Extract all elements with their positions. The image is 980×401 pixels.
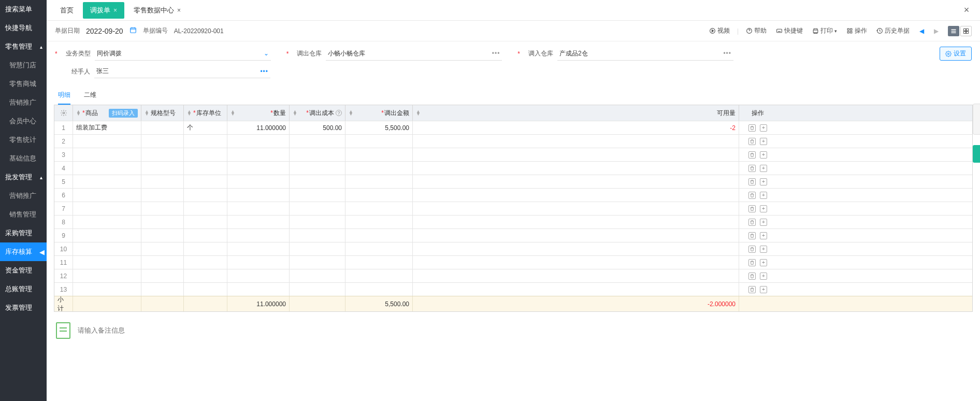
sidebar-item-0[interactable]: 搜索菜单: [0, 0, 47, 19]
delete-row-button[interactable]: [748, 259, 756, 266]
handler-select[interactable]: 张三•••: [94, 65, 270, 78]
gear-icon[interactable]: [54, 105, 73, 121]
svg-rect-6: [847, 32, 849, 33]
add-row-button[interactable]: +: [760, 165, 767, 172]
table-row[interactable]: 7+: [54, 202, 972, 215]
col-out-amount[interactable]: ▲▼*调出金额: [345, 105, 413, 121]
sidebar-item-7[interactable]: 零售统计: [0, 131, 47, 149]
video-action[interactable]: 视频: [707, 25, 732, 36]
delete-row-button[interactable]: [748, 205, 756, 212]
table-row[interactable]: 6+: [54, 188, 972, 202]
remark-input[interactable]: [78, 326, 971, 335]
more-icon: •••: [723, 50, 731, 57]
table-row[interactable]: 4+: [54, 161, 972, 175]
tabbar-close-button[interactable]: ×: [959, 3, 974, 18]
delete-row-button[interactable]: [748, 246, 756, 253]
right-rail-expand[interactable]: [973, 104, 980, 135]
sidebar-item-9[interactable]: 批发管理▴: [0, 168, 47, 187]
delete-row-button[interactable]: [748, 124, 756, 132]
delete-row-button[interactable]: [748, 178, 756, 185]
date-value[interactable]: 2022-09-20: [86, 27, 123, 35]
tab-1[interactable]: 调拨单×: [83, 2, 124, 19]
out-wh-select[interactable]: 小畅小畅仓库•••: [326, 47, 502, 61]
table-row[interactable]: 8+: [54, 215, 972, 228]
table-row[interactable]: 9+: [54, 228, 972, 242]
in-wh-select[interactable]: 产成品2仓•••: [557, 47, 733, 61]
add-row-button[interactable]: +: [760, 192, 767, 199]
sort-icon: ▲▼: [349, 110, 353, 116]
sidebar-item-16[interactable]: 发票管理: [0, 298, 47, 317]
close-icon[interactable]: ×: [113, 7, 117, 14]
sidebar-item-5[interactable]: 营销推广: [0, 93, 47, 112]
col-spec[interactable]: ▲▼规格型号: [141, 105, 184, 121]
delete-row-button[interactable]: [748, 219, 756, 226]
sidebar-item-15[interactable]: 总账管理: [0, 280, 47, 298]
add-row-button[interactable]: +: [760, 273, 767, 280]
view-card-button[interactable]: [960, 26, 972, 36]
subtab-detail[interactable]: 明细: [58, 89, 70, 105]
sidebar-item-6[interactable]: 会员中心: [0, 112, 47, 131]
sidebar-item-12[interactable]: 采购管理: [0, 224, 47, 242]
sidebar-item-1[interactable]: 快捷导航: [0, 19, 47, 37]
sidebar-item-4[interactable]: 零售商城: [0, 75, 47, 93]
delete-row-button[interactable]: [748, 165, 756, 172]
prev-doc-button[interactable]: ◀: [917, 26, 926, 36]
svg-point-16: [63, 112, 65, 114]
help-action[interactable]: 帮助: [744, 25, 769, 36]
tab-0[interactable]: 首页: [53, 2, 81, 19]
delete-row-button[interactable]: [748, 138, 756, 145]
next-doc-button[interactable]: ▶: [931, 26, 941, 36]
table-row[interactable]: 5+: [54, 175, 972, 188]
table-row[interactable]: 1组装加工费个11.000000500.005,500.00-2+: [54, 121, 972, 134]
subtab-2d[interactable]: 二维: [84, 89, 96, 105]
add-row-button[interactable]: +: [760, 232, 767, 239]
delete-row-button[interactable]: [748, 273, 756, 280]
table-row[interactable]: 12+: [54, 269, 972, 282]
info-icon[interactable]: ?: [336, 110, 342, 116]
col-qty[interactable]: ▲▼*数量: [227, 105, 290, 121]
delete-row-button[interactable]: [748, 151, 756, 159]
sidebar-item-10[interactable]: 营销推广: [0, 187, 47, 205]
view-list-button[interactable]: [948, 26, 959, 36]
table-row[interactable]: 11+: [54, 255, 972, 269]
history-action[interactable]: 历史单据: [874, 25, 912, 36]
shortcut-action[interactable]: 快捷键: [774, 25, 805, 36]
col-unit[interactable]: ▲▼*库存单位: [184, 105, 227, 121]
sidebar-item-2[interactable]: 零售管理▴: [0, 37, 47, 56]
add-row-button[interactable]: +: [760, 286, 767, 293]
sidebar-item-14[interactable]: 资金管理: [0, 261, 47, 280]
add-row-button[interactable]: +: [760, 259, 767, 266]
add-row-button[interactable]: +: [760, 124, 767, 132]
sidebar-item-11[interactable]: 销售管理: [0, 205, 47, 224]
right-rail-action[interactable]: [973, 145, 980, 163]
col-goods[interactable]: ▲▼*商品扫码录入: [73, 105, 141, 121]
add-row-button[interactable]: +: [760, 178, 767, 185]
col-available[interactable]: ▲▼可用量: [413, 105, 739, 121]
close-icon[interactable]: ×: [177, 7, 181, 14]
print-action[interactable]: 打印▾: [810, 25, 839, 36]
sidebar-item-8[interactable]: 基础信息: [0, 149, 47, 168]
tab-2[interactable]: 零售数据中心×: [126, 2, 188, 19]
col-out-cost[interactable]: ▲▼*调出成本?: [290, 105, 345, 121]
add-row-button[interactable]: +: [760, 151, 767, 159]
table-row[interactable]: 13+: [54, 282, 972, 296]
delete-row-button[interactable]: [748, 232, 756, 239]
sidebar-item-3[interactable]: 智慧门店: [0, 56, 47, 75]
scan-button[interactable]: 扫码录入: [109, 109, 138, 118]
settings-button[interactable]: 设置: [940, 47, 972, 61]
note-icon[interactable]: [56, 322, 70, 339]
table-row[interactable]: 3+: [54, 148, 972, 161]
operate-action[interactable]: 操作: [844, 25, 869, 36]
biz-type-select[interactable]: 同价调拨⌄: [95, 47, 271, 61]
add-row-button[interactable]: +: [760, 138, 767, 145]
table-row[interactable]: 2+: [54, 134, 972, 148]
sidebar-item-13[interactable]: 库存核算◀: [0, 242, 47, 261]
delete-row-button[interactable]: [748, 286, 756, 293]
delete-row-button[interactable]: [748, 192, 756, 199]
add-row-button[interactable]: +: [760, 205, 767, 212]
calendar-icon[interactable]: [129, 26, 137, 35]
tabbar: 首页调拨单×零售数据中心××: [47, 0, 980, 21]
add-row-button[interactable]: +: [760, 246, 767, 253]
add-row-button[interactable]: +: [760, 219, 767, 226]
table-row[interactable]: 10+: [54, 242, 972, 255]
